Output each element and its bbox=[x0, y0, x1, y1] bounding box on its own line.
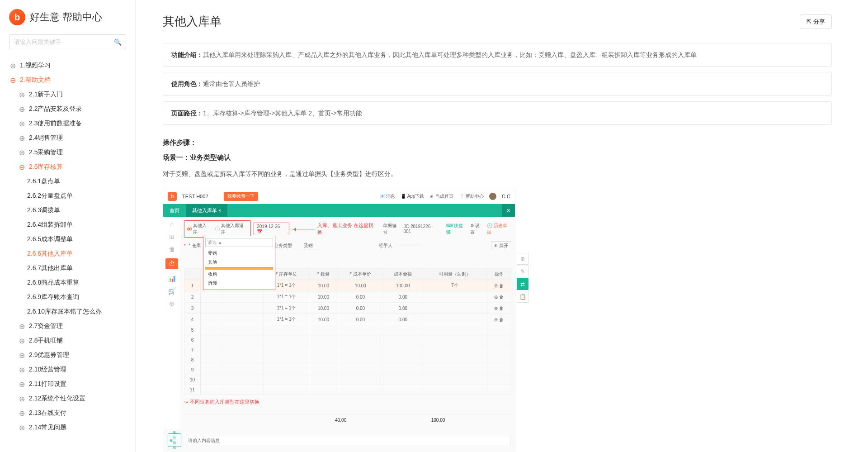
table-cell: 0.00 bbox=[383, 291, 423, 303]
topbar-link[interactable]: 📱 App下载 bbox=[401, 193, 424, 200]
nav-item[interactable]: ⊕2.8手机旺铺 bbox=[9, 333, 126, 348]
nav-label: 2.5采购管理 bbox=[29, 148, 63, 157]
rail-icon[interactable]: 🛒 bbox=[168, 287, 176, 295]
table-cell: 2 bbox=[184, 291, 201, 303]
table-header: 可用量（勿删） bbox=[423, 269, 487, 280]
side-tab[interactable]: 📋 bbox=[517, 291, 528, 303]
plus-icon: ⊕ bbox=[18, 366, 25, 373]
nav-item[interactable]: ⊕2.10经营管理 bbox=[9, 362, 126, 377]
nav-item[interactable]: ⊕2.9优惠券管理 bbox=[9, 348, 126, 362]
expand-button[interactable]: ⊕ 展开 bbox=[491, 241, 511, 250]
annotation-text: ↘ 不同业务的入库类型在这里切换 bbox=[184, 399, 511, 405]
nav-label: 2.11打印设置 bbox=[29, 380, 66, 388]
main-content: 其他入库单 ⇱ 分享 功能介绍：其他入库单用来处理除采购入库、产成品入库之外的其… bbox=[136, 0, 859, 452]
nav-label: 2.7资金管理 bbox=[29, 322, 63, 330]
nav-item[interactable]: ⊕1.视频学习 bbox=[9, 58, 126, 73]
dropdown-option[interactable]: 拆卸 bbox=[205, 279, 273, 288]
table-cell: 10.00 bbox=[309, 314, 338, 325]
radio-inbound[interactable]: 其他入库 bbox=[187, 223, 211, 235]
app-topbar: b TEST-H002 — 我要续费一下 📧 消息 📱 App下载 ⛯ 当成首页… bbox=[163, 189, 515, 204]
topbar-link[interactable]: ⛯ 当成首页 bbox=[429, 193, 453, 200]
nav-item[interactable]: ⊕2.11打印设置 bbox=[9, 377, 126, 391]
rail-icon[interactable]: ⊞ bbox=[169, 233, 175, 240]
nav-item[interactable]: ⊕2.2产品安装及登录 bbox=[9, 102, 126, 116]
rail-icon[interactable]: 📊 bbox=[168, 275, 176, 282]
nav-label: 2.13在线支付 bbox=[29, 409, 66, 417]
nav-item[interactable]: 2.6.3调拨单 bbox=[9, 203, 126, 218]
nav-item[interactable]: 2.6.8商品成本重算 bbox=[9, 276, 126, 290]
nav-item[interactable]: ⊕2.7资金管理 bbox=[9, 319, 126, 333]
nav-item[interactable]: 2.6.10库存账本错了怎么办 bbox=[9, 305, 126, 319]
table-header bbox=[184, 269, 201, 280]
avatar-icon[interactable] bbox=[489, 193, 496, 200]
rail-icon[interactable]: 🗑 bbox=[169, 246, 175, 253]
nav-label: 2.6.7其他出库单 bbox=[27, 264, 73, 272]
dropdown-option[interactable]: 收购 bbox=[205, 270, 273, 279]
person-input[interactable] bbox=[395, 246, 422, 246]
nav-item[interactable]: 2.6.2分量盘点单 bbox=[9, 189, 126, 203]
side-tab-active[interactable]: ⇄ bbox=[517, 278, 528, 290]
user-name: C C bbox=[502, 194, 510, 199]
nav-item[interactable]: ⊕2.3使用前数据准备 bbox=[9, 116, 126, 131]
table-cell: 10.00 bbox=[309, 280, 338, 291]
nav-item[interactable]: ⊕2.4销售管理 bbox=[9, 131, 126, 145]
dropdown-option[interactable]: 受赠 bbox=[205, 249, 273, 258]
biztype-dropdown: 请选 ▲ 受赠 其他 收购 拆卸 bbox=[203, 236, 275, 290]
share-button[interactable]: ⇱ 分享 bbox=[800, 14, 832, 29]
table-cell: 0.00 bbox=[338, 314, 383, 325]
search-icon[interactable]: 🔍 bbox=[114, 38, 122, 46]
nav-label: 1.视频学习 bbox=[20, 62, 51, 70]
side-tab[interactable]: ⊕ bbox=[517, 253, 528, 265]
nav-item[interactable]: ⊕2.12系统个性化设置 bbox=[9, 391, 126, 406]
renew-button[interactable]: 我要续费一下 bbox=[224, 192, 258, 201]
rail-icon[interactable]: ⌂ bbox=[170, 220, 174, 228]
topbar-link[interactable]: 📧 消息 bbox=[380, 193, 396, 200]
nav-item[interactable]: ⊕2.13在线支付 bbox=[9, 406, 126, 420]
nav-item[interactable]: 2.6.7其他出库单 bbox=[9, 261, 126, 276]
total-qty: 40.00 bbox=[335, 418, 346, 423]
radio-return[interactable]: 其他入库退库 bbox=[215, 223, 248, 235]
rail-icon-active[interactable]: ⏱ bbox=[165, 258, 178, 269]
nav-item[interactable]: 2.6.6其他入库单 bbox=[9, 247, 126, 261]
search-input[interactable] bbox=[9, 34, 126, 49]
biztype-value[interactable]: 受赠 bbox=[295, 243, 322, 249]
tab-active[interactable]: 其他入库单 × bbox=[186, 204, 227, 217]
rail-icon[interactable]: ⊕ bbox=[169, 300, 175, 307]
nav-item[interactable]: 2.6.1盘点单 bbox=[9, 174, 126, 189]
table-row: 10 bbox=[184, 375, 511, 385]
remark-icon: ≡备注信息 bbox=[168, 433, 181, 447]
tabs-close-icon[interactable]: ✕ bbox=[502, 204, 515, 217]
tab-home[interactable]: 首页 bbox=[163, 204, 186, 217]
nav-item[interactable]: 2.6.9库存账本查询 bbox=[9, 290, 126, 305]
info-box-intro: 功能介绍：其他入库单用来处理除采购入库、产成品入库之外的其他入库业务，因此其他入… bbox=[163, 43, 832, 67]
nav-item[interactable]: ⊕2.1新手入门 bbox=[9, 87, 126, 102]
nav-item[interactable]: ⊕2.5采购管理 bbox=[9, 145, 126, 160]
table-cell: 10.00 bbox=[309, 291, 338, 303]
warehouse-label: * 仓库 bbox=[189, 243, 201, 249]
plus-icon: ⊕ bbox=[18, 149, 25, 156]
toolbar-link[interactable]: ⚙ 设置 bbox=[470, 223, 484, 235]
plus-icon: ⊕ bbox=[18, 323, 25, 330]
side-tab[interactable]: ✎ bbox=[517, 266, 528, 277]
table-cell: ⊕ 🗑 bbox=[487, 303, 511, 314]
remark-input[interactable] bbox=[186, 436, 510, 445]
table-cell: 10.00 bbox=[338, 280, 383, 291]
nav-item[interactable]: 2.6.5成本调整单 bbox=[9, 232, 126, 247]
nav-item[interactable]: ⊖2.帮助文档 bbox=[9, 73, 126, 87]
nav-item[interactable]: ⊖2.6库存核算 bbox=[9, 160, 126, 174]
table-row: 41*1 = 1个10.000.000.00⊕ 🗑 bbox=[184, 314, 511, 325]
info-label: 页面路径： bbox=[171, 109, 203, 117]
nav-item[interactable]: 2.6.4组装拆卸单 bbox=[9, 218, 126, 232]
nav-label: 2.14常见问题 bbox=[29, 423, 66, 432]
date-input[interactable]: 2019-12-26 📅 bbox=[254, 223, 289, 235]
nav-item[interactable]: ⊕2.14常见问题 bbox=[9, 420, 126, 435]
plus-icon: ⊕ bbox=[18, 381, 25, 388]
dropdown-search[interactable]: 请选 ▲ bbox=[205, 238, 273, 247]
nav-tree: ⊕1.视频学习⊖2.帮助文档⊕2.1新手入门⊕2.2产品安装及登录⊕2.3使用前… bbox=[9, 58, 126, 435]
docno-value: JC-20191226-001 bbox=[403, 224, 439, 234]
toolbar-link[interactable]: 🕘 历史单据 bbox=[487, 223, 511, 235]
dropdown-option[interactable]: 其他 bbox=[205, 258, 273, 267]
toolbar-link[interactable]: ⌨ 快捷键 bbox=[446, 223, 467, 235]
topbar-link[interactable]: ❔ 帮助中心 bbox=[459, 193, 484, 200]
nav-label: 2.12系统个性化设置 bbox=[29, 395, 85, 403]
